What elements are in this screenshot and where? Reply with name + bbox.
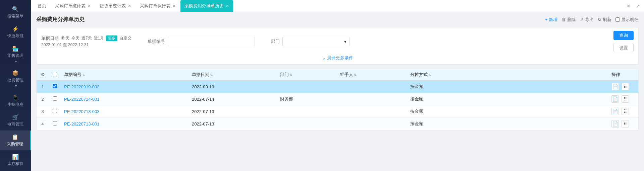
show-cols-checkbox[interactable] [615, 17, 620, 22]
tab-close-purchase-order-exec[interactable]: ✕ [172, 4, 176, 8]
select-all-checkbox[interactable] [53, 72, 57, 76]
row-docno-link-0[interactable]: PE-20220919-002 [64, 84, 100, 89]
more-icon-1[interactable]: ⠿ [622, 95, 629, 103]
maximize-btn[interactable]: ⤢ [635, 3, 641, 9]
data-table: ⚙ 单据编号⇅ 单据日期⇅ 部门⇅ [37, 69, 638, 130]
row-handler-0 [337, 81, 407, 93]
sidebar-item-wholesale[interactable]: 📦批发管理▾ [0, 67, 31, 91]
sidebar-label-search: 搜索菜单 [7, 13, 23, 19]
date-label: 单据日期 [41, 35, 59, 41]
row-docno-0: PE-20220919-002 [61, 81, 189, 93]
dept-filter-group: 部门 ▾ [271, 37, 350, 46]
refresh-button[interactable]: ↻ 刷新 [598, 17, 611, 23]
tab-close-purchase-cost[interactable]: ✕ [226, 4, 229, 8]
row-actions-2: 📄 ⠿ [608, 105, 638, 118]
search-button[interactable]: 查询 [613, 31, 634, 40]
view-icon-2[interactable]: 📄 [611, 108, 619, 115]
dept-select[interactable]: ▾ [282, 37, 350, 46]
yesterday-btn[interactable]: 昨天 [61, 35, 69, 41]
tab-purchase-order-stat[interactable]: 采购订单统计表✕ [51, 0, 95, 12]
row-splitmethod-2: 按金额 [407, 105, 608, 118]
tab-purchase-order-exec[interactable]: 采购订单执行表✕ [136, 0, 180, 12]
col-settings-icon[interactable]: ⚙ [41, 72, 45, 77]
row-actions-3: 📄 ⠿ [608, 118, 638, 130]
row-checkbox-3[interactable] [53, 121, 57, 125]
splitmethod-sort-icon[interactable]: ⇅ [428, 73, 431, 77]
row-docno-link-2[interactable]: PE-20220713-003 [64, 109, 100, 114]
row-docno-link-3[interactable]: PE-20220713-001 [64, 121, 100, 126]
sidebar-item-search[interactable]: 🔍搜索菜单 [0, 3, 31, 22]
delete-button[interactable]: 🗑 删除 [561, 17, 576, 23]
col-docdate-header: 单据日期⇅ [189, 69, 277, 81]
view-icon-3[interactable]: 📄 [611, 120, 619, 127]
row-docdate-0: 2022-09-19 [189, 81, 277, 93]
today-btn[interactable]: 今天 [71, 35, 79, 41]
last7days-btn[interactable]: 近7天 [82, 35, 92, 41]
sidebar-icon-ecommerce: 🛒 [12, 114, 19, 120]
settings-button[interactable]: 设置 [613, 43, 634, 52]
col-splitmethod-header: 分摊方式⇅ [407, 69, 608, 81]
table-row: 4 PE-20220713-001 2022-07-13 按金额 📄 ⠿ [37, 118, 638, 130]
expand-more-btn[interactable]: ⌄ 展开更多条件 [322, 55, 353, 61]
more-icon-2[interactable]: ⠿ [622, 108, 629, 115]
docdate-sort-icon[interactable]: ⇅ [210, 73, 213, 77]
view-icon-0[interactable]: 📄 [611, 83, 619, 90]
dept-sort-icon[interactable]: ⇅ [289, 73, 292, 77]
table-row: 3 PE-20220713-003 2022-07-13 按金额 📄 ⠿ [37, 105, 638, 118]
row-dept-2 [277, 105, 337, 118]
sidebar-item-ecommerce[interactable]: 🛒电商管理 [0, 111, 31, 131]
tab-close-receipt-stat[interactable]: ✕ [128, 4, 131, 8]
sidebar-item-inventory[interactable]: 📊库存核算 [0, 150, 31, 170]
sidebar-label-purchase: 采购管理 [7, 141, 23, 147]
export-icon: ↗ [580, 17, 584, 22]
tab-receipt-stat[interactable]: 进货单统计表✕ [96, 0, 135, 12]
row-checkbox-cell-1 [49, 93, 61, 105]
more-icon-0[interactable]: ⠿ [622, 83, 629, 90]
view-icon-1[interactable]: 📄 [611, 95, 619, 103]
row-docdate-3: 2022-07-13 [189, 118, 277, 130]
main-area: 首页采购订单统计表✕进货单统计表✕采购订单执行表✕采购费用分摊单历史✕ ✕ ⤢ … [31, 0, 644, 171]
expand-more-row: ⌄ 展开更多条件 [41, 55, 634, 61]
col-docno-header: 单据编号⇅ [61, 69, 189, 81]
row-num-2: 3 [37, 105, 49, 118]
tab-actions: ✕ ⤢ [625, 3, 641, 9]
sidebar-icon-miniapp: 📱 [12, 94, 19, 101]
row-splitmethod-0: 按金额 [407, 81, 608, 93]
row-dept-0 [277, 81, 337, 93]
row-checkbox-2[interactable] [53, 109, 57, 113]
sidebar-item-purchase[interactable]: 📋采购管理 [0, 131, 31, 150]
export-button[interactable]: ↗ 导出 [580, 17, 594, 23]
row-dept-1: 财务部 [277, 93, 337, 105]
sidebar-item-quicknav[interactable]: ⚡快捷导航 [0, 22, 31, 42]
sidebar: 🔍搜索菜单⚡快捷导航🏪零售管理▾📦批发管理▾📱小畅电商🛒电商管理📋采购管理📊库存… [0, 0, 31, 171]
row-splitmethod-1: 按金额 [407, 93, 608, 105]
close-window-btn[interactable]: ✕ [625, 3, 632, 9]
tab-close-purchase-order-stat[interactable]: ✕ [88, 4, 91, 8]
tab-label-home: 首页 [38, 3, 46, 9]
more-icon-3[interactable]: ⠿ [622, 120, 629, 127]
tab-label-purchase-cost: 采购费用分摊单历史 [184, 3, 224, 9]
row-dept-3 [277, 118, 337, 130]
sidebar-item-miniapp[interactable]: 📱小畅电商 [0, 91, 31, 111]
tab-home[interactable]: 首页 [34, 0, 50, 12]
docno-input[interactable] [168, 37, 255, 46]
row-checkbox-0[interactable] [53, 84, 57, 88]
table-row: 2 PE-20220714-001 2022-07-14 财务部 按金额 📄 ⠿ [37, 93, 638, 105]
row-num-3: 4 [37, 118, 49, 130]
action-icons-0: 📄 ⠿ [611, 83, 635, 90]
add-button[interactable]: + 新增 [545, 17, 557, 23]
expand-icon: ⌄ [322, 56, 326, 61]
handler-sort-icon[interactable]: ⇅ [354, 73, 357, 77]
sidebar-item-retail[interactable]: 🏪零售管理▾ [0, 42, 31, 67]
more-btn[interactable]: 更多 [106, 35, 117, 41]
row-splitmethod-3: 按金额 [407, 118, 608, 130]
col-checkbox-header [49, 69, 61, 81]
custom-btn[interactable]: 自定义 [119, 35, 131, 41]
docno-sort-icon[interactable]: ⇅ [82, 73, 85, 77]
tab-purchase-cost[interactable]: 采购费用分摊单历史✕ [180, 0, 233, 12]
row-docdate-2: 2022-07-13 [189, 105, 277, 118]
filter-row: 单据日期 昨天 今天 近7天 近1月 更多 自定义 2022-01-01 至 2… [41, 31, 634, 52]
last1month-btn[interactable]: 近1月 [94, 35, 104, 41]
row-docno-link-1[interactable]: PE-20220714-001 [64, 97, 100, 102]
row-checkbox-1[interactable] [53, 96, 57, 101]
